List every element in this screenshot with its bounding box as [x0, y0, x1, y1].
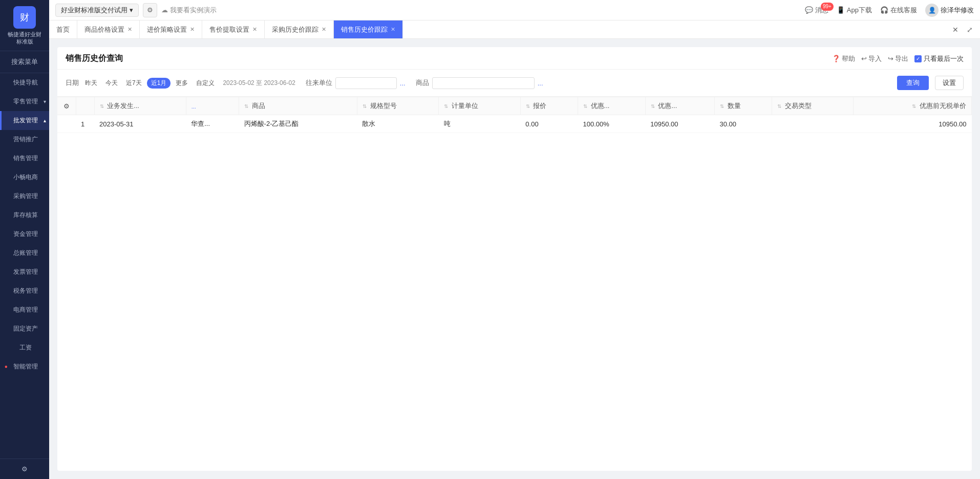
goods-label: 商品	[416, 78, 429, 88]
tab-purchase-strategy-label: 进价策略设置	[147, 25, 187, 34]
tab-purchase-history-close[interactable]: ✕	[322, 26, 326, 33]
online-service-button[interactable]: 🎧 在线客服	[880, 6, 917, 15]
sidebar-search-section[interactable]: 搜索菜单	[0, 51, 49, 73]
sidebar-item-invoice[interactable]: 发票管理	[0, 263, 49, 281]
sidebar-item-label: 采购管理	[13, 192, 38, 201]
sidebar-item-finance[interactable]: 资金管理	[0, 225, 49, 244]
logo-text: 畅捷通好业财标准版	[8, 31, 41, 46]
message-button[interactable]: 💬 消息 99+	[805, 6, 828, 15]
sidebar-settings-button[interactable]: ⚙	[0, 459, 49, 479]
col-trans-type[interactable]: ⇅ 交易类型	[772, 97, 854, 115]
sidebar-item-label: 库存核算	[13, 211, 38, 220]
version-settings-button[interactable]: ⚙	[143, 3, 157, 17]
sidebar-item-label: 智能管理	[13, 362, 38, 371]
date-opt-7days[interactable]: 近7天	[123, 78, 145, 89]
col-trans-type-label: 交易类型	[785, 102, 812, 110]
col-price[interactable]: ⇅ 报价	[520, 97, 578, 115]
tab-price-close[interactable]: ✕	[127, 26, 132, 33]
col-more-icon[interactable]: ...	[191, 103, 196, 110]
sort-icon: ⇅	[651, 103, 655, 109]
sidebar-item-label: 销售管理	[13, 154, 38, 163]
sidebar-item-purchase[interactable]: 采购管理	[0, 187, 49, 206]
cloud-icon: ☁	[161, 6, 168, 14]
goods-input[interactable]	[432, 77, 535, 89]
sort-icon: ⇅	[583, 103, 587, 109]
export-button[interactable]: ↪ 导出	[888, 54, 908, 63]
col-more1[interactable]: ...	[186, 97, 239, 115]
avatar: 👤	[925, 4, 939, 17]
cell-quantity: 30.00	[714, 115, 772, 133]
from-unit-ellipsis[interactable]: ...	[400, 79, 406, 87]
sidebar-item-ecommerce-small[interactable]: 小畅电商	[0, 168, 49, 187]
help-button[interactable]: ❓ 帮助	[832, 54, 855, 63]
search-menu-button[interactable]: 搜索菜单	[5, 55, 44, 69]
date-opt-custom[interactable]: 自定义	[193, 78, 218, 89]
col-goods[interactable]: ⇅ 商品	[239, 97, 357, 115]
date-opt-yesterday[interactable]: 昨天	[82, 78, 100, 89]
tab-sale-extract-close[interactable]: ✕	[252, 26, 257, 33]
sidebar-item-ecommerce[interactable]: 电商管理	[0, 300, 49, 319]
tab-home[interactable]: 首页	[49, 20, 77, 39]
only-last-checkbox[interactable]: ✓	[914, 55, 922, 62]
app-download-button[interactable]: 📱 App下载	[837, 6, 872, 15]
cell-trans-type	[772, 115, 854, 133]
date-opt-today[interactable]: 今天	[102, 78, 121, 89]
sidebar-item-general-ledger[interactable]: 总账管理	[0, 244, 49, 263]
tab-close-all-button[interactable]: ✕	[949, 24, 962, 36]
sidebar-item-label: 快捷导航	[13, 78, 38, 87]
tab-sale-history[interactable]: 销售历史价跟踪 ✕	[334, 20, 403, 39]
sidebar-item-salary[interactable]: 工资	[0, 338, 49, 357]
col-price-label: 报价	[533, 102, 546, 110]
sidebar-item-label: 电商管理	[13, 306, 38, 314]
cell-discount1: 100.00%	[578, 115, 645, 133]
col-pretax-price[interactable]: ⇅ 优惠前无税单价	[854, 97, 972, 115]
logo-icon: 财	[13, 6, 36, 29]
sidebar-logo: 财 畅捷通好业财标准版	[0, 0, 49, 51]
col-gear[interactable]: ⚙	[57, 97, 76, 115]
sidebar-item-label: 零售管理	[13, 97, 38, 106]
chevron-down-icon: ▾	[130, 6, 133, 14]
query-button[interactable]: 查询	[897, 76, 929, 90]
user-menu[interactable]: 👤 徐泽华修改	[925, 4, 974, 17]
sidebar-item-sales[interactable]: 销售管理	[0, 149, 49, 168]
tab-purchase-strategy-close[interactable]: ✕	[190, 26, 195, 33]
headset-icon: 🎧	[880, 6, 888, 14]
only-last-checkbox-label[interactable]: ✓ 只看最后一次	[914, 54, 964, 63]
sidebar-item-retail[interactable]: 零售管理 ▾	[0, 92, 49, 111]
col-spec[interactable]: ⇅ 规格型号	[357, 97, 438, 115]
tab-sale-extract[interactable]: 售价提取设置 ✕	[202, 20, 265, 39]
settings-button[interactable]: 设置	[935, 76, 964, 90]
chevron-down-icon: ▾	[44, 99, 46, 104]
col-biz-date[interactable]: ⇅ 业务发生...	[94, 97, 186, 115]
col-unit[interactable]: ⇅ 计量单位	[439, 97, 520, 115]
col-quantity[interactable]: ⇅ 数量	[714, 97, 772, 115]
tab-purchase-strategy[interactable]: 进价策略设置 ✕	[140, 20, 202, 39]
date-opt-more[interactable]: 更多	[173, 78, 191, 89]
tab-bar-actions: ✕ ⤢	[945, 24, 980, 36]
sidebar-item-quick-nav[interactable]: 快捷导航	[0, 73, 49, 92]
from-unit-input[interactable]	[335, 77, 397, 89]
date-opt-1month[interactable]: 近1月	[147, 78, 171, 89]
sidebar-item-assets[interactable]: 固定资产	[0, 319, 49, 338]
col-discount1[interactable]: ⇅ 优惠...	[578, 97, 645, 115]
sidebar-item-smart[interactable]: 智能管理	[0, 357, 49, 376]
tab-maximize-button[interactable]: ⤢	[964, 24, 976, 36]
goods-ellipsis[interactable]: ...	[538, 79, 543, 87]
sidebar-item-label: 资金管理	[13, 230, 38, 238]
col-discount2[interactable]: ⇅ 优惠...	[645, 97, 714, 115]
from-unit-label: 往来单位	[306, 78, 332, 88]
tab-sale-history-close[interactable]: ✕	[391, 26, 395, 33]
tab-purchase-history[interactable]: 采购历史价跟踪 ✕	[265, 20, 334, 39]
sidebar-item-marketing[interactable]: 营销推广	[0, 130, 49, 149]
import-button[interactable]: ↩ 导入	[861, 54, 882, 63]
sidebar-item-label: 总账管理	[13, 249, 38, 257]
goods-filter-group: 商品 ...	[416, 77, 543, 89]
demo-button[interactable]: ☁ 我要看实例演示	[161, 6, 217, 15]
content-area: 销售历史价查询 ❓ 帮助 ↩ 导入 ↪ 导出 ✓	[49, 39, 980, 479]
version-selector[interactable]: 好业财标准版交付试用 ▾	[55, 4, 139, 17]
sidebar-item-wholesale[interactable]: 批发管理 ▴	[0, 111, 49, 130]
sidebar-item-tax[interactable]: 税务管理	[0, 281, 49, 300]
tab-price[interactable]: 商品价格设置 ✕	[77, 20, 140, 39]
sidebar-item-inventory[interactable]: 库存核算	[0, 206, 49, 225]
top-header: 好业财标准版交付试用 ▾ ⚙ ☁ 我要看实例演示 💬 消息 99+ 📱 App下…	[49, 0, 980, 20]
